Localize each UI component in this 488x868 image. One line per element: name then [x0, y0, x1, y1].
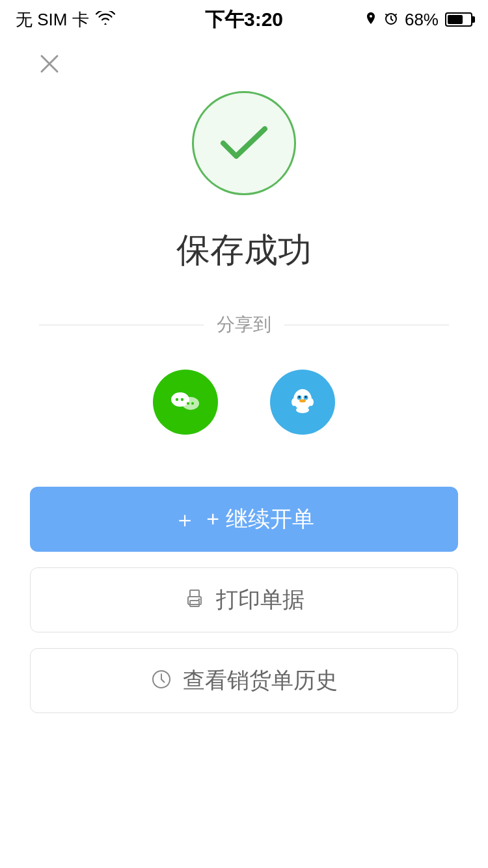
qq-share-button[interactable]	[270, 370, 335, 435]
wechat-share-button[interactable]	[153, 370, 218, 435]
svg-point-17	[299, 400, 306, 403]
svg-point-16	[305, 396, 307, 398]
svg-rect-20	[190, 601, 199, 606]
svg-point-5	[176, 398, 178, 401]
battery-icon	[445, 12, 472, 27]
share-label: 分享到	[204, 312, 284, 337]
divider-right	[284, 325, 449, 325]
clock-icon	[150, 668, 172, 694]
share-divider: 分享到	[0, 312, 488, 337]
svg-point-10	[296, 407, 309, 413]
qq-icon	[283, 383, 322, 422]
status-left: 无 SIM 卡	[16, 8, 115, 31]
print-label: 打印单据	[216, 585, 305, 615]
print-icon	[183, 588, 206, 613]
svg-point-15	[299, 396, 301, 398]
battery-percent: 68%	[405, 10, 439, 30]
history-label: 查看销货单历史	[183, 666, 338, 696]
main-content: 保存成功 分享到	[0, 39, 488, 868]
svg-point-21	[198, 598, 200, 600]
status-bar: 无 SIM 卡 下午3:20 68%	[0, 0, 488, 39]
svg-rect-19	[190, 590, 199, 597]
alarm-icon	[384, 10, 398, 30]
divider-left	[39, 325, 204, 325]
print-button[interactable]: 打印单据	[30, 567, 458, 632]
svg-point-7	[187, 402, 189, 405]
history-button[interactable]: 查看销货单历史	[30, 648, 458, 713]
svg-point-8	[191, 402, 194, 405]
wechat-icon	[166, 383, 205, 422]
success-circle	[192, 91, 296, 195]
svg-point-6	[181, 398, 183, 401]
svg-point-12	[308, 398, 314, 406]
no-sim-label: 无 SIM 卡	[16, 8, 89, 31]
wifi-icon	[96, 10, 115, 30]
plus-icon: ＋	[174, 508, 196, 530]
continue-button[interactable]: ＋ + 继续开单	[30, 487, 458, 552]
location-icon	[364, 10, 377, 30]
close-button[interactable]	[33, 47, 66, 81]
svg-point-11	[291, 398, 297, 406]
checkmark-icon	[218, 124, 270, 163]
share-icons	[153, 370, 335, 435]
action-buttons: ＋ + 继续开单 打印单据 查看销货单历史	[0, 487, 488, 713]
continue-label: + 继续开单	[206, 504, 314, 534]
success-title: 保存成功	[176, 228, 312, 273]
status-time: 下午3:20	[205, 7, 283, 33]
status-right: 68%	[364, 10, 472, 30]
svg-point-4	[182, 397, 199, 410]
